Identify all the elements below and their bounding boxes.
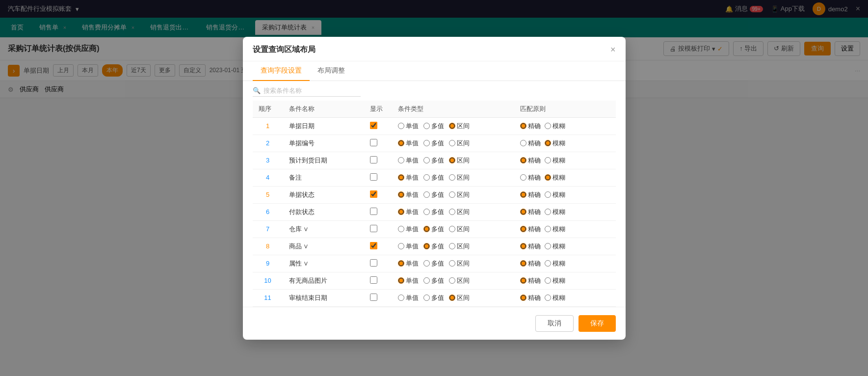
settings-dialog: 设置查询区域布局 × 查询字段设置 布局调整 🔍 顺序 条件名称 显示	[243, 37, 626, 99]
search-box: 🔍	[253, 87, 361, 97]
search-icon: 🔍	[253, 87, 261, 94]
modal-overlay: 设置查询区域布局 × 查询字段设置 布局调整 🔍 顺序 条件名称 显示	[0, 0, 868, 98]
dialog-header: 设置查询区域布局 ×	[243, 37, 626, 61]
search-input[interactable]	[263, 87, 352, 94]
tab-layout-adjustment[interactable]: 布局调整	[310, 61, 353, 81]
dialog-search-area: 🔍	[243, 81, 626, 99]
dialog-close-button[interactable]: ×	[610, 45, 616, 55]
dialog-tabs: 查询字段设置 布局调整	[243, 61, 626, 81]
tab-query-field-settings[interactable]: 查询字段设置	[253, 61, 310, 81]
dialog-title: 设置查询区域布局	[253, 45, 316, 55]
